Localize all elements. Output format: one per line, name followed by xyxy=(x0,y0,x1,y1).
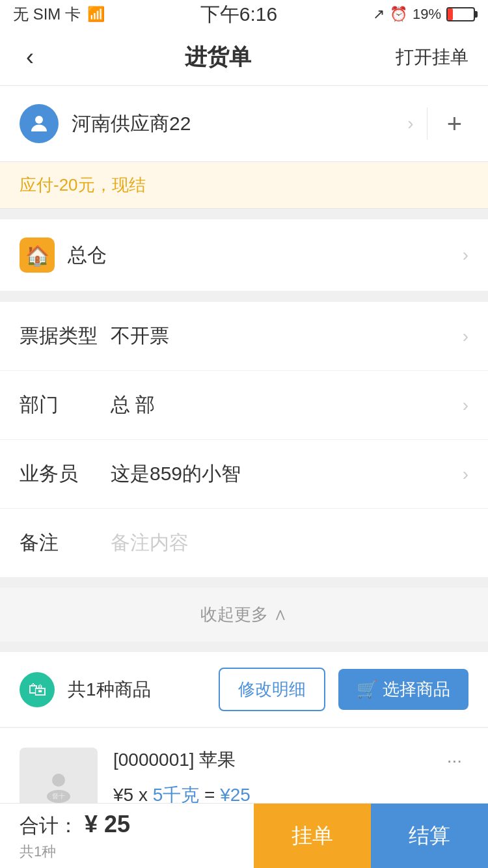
warehouse-icon-wrap: 🏠 xyxy=(20,237,55,273)
chevron-right-icon: › xyxy=(463,245,468,265)
product-name: [0000001] 苹果 xyxy=(113,748,425,772)
svg-point-1 xyxy=(52,774,65,787)
status-bar: 无 SIM 卡 📶 下午6:16 ↗ ⏰ 19% xyxy=(0,0,488,29)
nav-bar: ‹ 进货单 打开挂单 xyxy=(0,29,488,86)
invoice-type-row[interactable]: 票据类型 不开票 › xyxy=(0,302,488,371)
svg-point-0 xyxy=(35,116,43,124)
product-placeholder-icon: 督十 xyxy=(39,767,78,806)
warehouse-section: 🏠 总仓 › xyxy=(0,219,488,292)
supplier-avatar xyxy=(20,104,59,143)
remark-input[interactable]: 备注内容 xyxy=(104,530,468,556)
total-amount: ¥ 25 xyxy=(85,811,130,838)
warehouse-label: 总仓 xyxy=(68,242,463,269)
alarm-icon: ⏰ xyxy=(390,6,407,23)
equals-sign: = xyxy=(204,785,220,805)
battery-percent: 19% xyxy=(413,6,441,23)
sub-count: 共1种 xyxy=(20,842,234,861)
page-title: 进货单 xyxy=(185,42,251,72)
cart-icon: 🛍 xyxy=(28,679,46,700)
salesman-label: 业务员 xyxy=(20,461,104,487)
footer-total: 合计： ¥ 25 共1种 xyxy=(0,804,254,868)
multiply-sign: x xyxy=(139,785,153,805)
quantity-label: 5千克 xyxy=(153,785,200,805)
footer: 合计： ¥ 25 共1种 挂单 结算 xyxy=(0,803,488,868)
remark-label: 备注 xyxy=(20,530,104,556)
remark-row[interactable]: 备注 备注内容 xyxy=(0,509,488,577)
department-label: 部门 xyxy=(20,392,104,418)
back-button[interactable]: ‹ xyxy=(20,37,40,77)
form-section: 票据类型 不开票 › 部门 总 部 › 业务员 这是859的小智 › 备注 备注… xyxy=(0,302,488,577)
carrier-label: 无 SIM 卡 xyxy=(13,4,81,25)
invoice-type-label: 票据类型 xyxy=(20,323,104,349)
select-label: 选择商品 xyxy=(383,678,450,701)
product-count: 共1种商品 xyxy=(68,677,206,702)
collapse-bar[interactable]: 收起更多 ∧ xyxy=(0,588,488,642)
product-title: 苹果 xyxy=(199,750,236,770)
edit-detail-button[interactable]: 修改明细 xyxy=(219,668,325,711)
supplier-section: 河南供应商22 › + 应付-20元，现结 xyxy=(0,86,488,209)
chevron-right-icon: › xyxy=(463,464,468,485)
department-value: 总 部 xyxy=(104,392,463,418)
total-label: ¥25 xyxy=(220,785,251,805)
total-row: 合计： ¥ 25 xyxy=(20,811,234,839)
open-hang-button[interactable]: 打开挂单 xyxy=(396,45,468,70)
location-icon: ↗ xyxy=(373,6,385,23)
product-code: [0000001] xyxy=(113,750,195,770)
house-icon: 🏠 xyxy=(25,244,49,267)
price-label: ¥5 xyxy=(113,785,133,805)
battery-icon xyxy=(446,7,475,21)
status-left: 无 SIM 卡 📶 xyxy=(13,4,105,25)
total-label: 合计： xyxy=(20,813,78,839)
add-button[interactable]: + xyxy=(441,109,468,139)
products-header: 🛍 共1种商品 修改明细 🛒 选择商品 xyxy=(0,652,488,727)
invoice-type-value: 不开票 xyxy=(104,323,463,349)
select-icon: 🛒 xyxy=(357,679,377,699)
chevron-right-icon: › xyxy=(463,326,468,347)
chevron-right-icon: › xyxy=(463,395,468,416)
department-row[interactable]: 部门 总 部 › xyxy=(0,371,488,440)
notice-text: 应付-20元，现结 xyxy=(20,175,146,195)
time-label: 下午6:16 xyxy=(200,1,277,28)
cart-icon-wrap: 🛍 xyxy=(20,672,55,707)
select-product-button[interactable]: 🛒 选择商品 xyxy=(338,669,468,710)
supplier-row[interactable]: 河南供应商22 › + xyxy=(0,86,488,162)
checkout-button[interactable]: 结算 xyxy=(371,804,488,868)
svg-text:督十: 督十 xyxy=(52,793,65,800)
divider xyxy=(427,107,427,140)
wifi-icon: 📶 xyxy=(87,6,105,23)
hang-button[interactable]: 挂单 xyxy=(254,804,371,868)
salesman-value: 这是859的小智 xyxy=(104,461,463,487)
salesman-row[interactable]: 业务员 这是859的小智 › xyxy=(0,440,488,509)
status-right: ↗ ⏰ 19% xyxy=(373,6,475,23)
collapse-label: 收起更多 ∧ xyxy=(200,604,287,624)
person-icon xyxy=(27,112,51,135)
supplier-name: 河南供应商22 xyxy=(72,111,407,137)
more-button[interactable]: ··· xyxy=(441,748,468,774)
chevron-right-icon: › xyxy=(407,113,413,134)
warehouse-row[interactable]: 🏠 总仓 › xyxy=(0,219,488,292)
product-info: [0000001] 苹果 ¥5 x 5千克 = ¥25 xyxy=(113,748,425,807)
notice-banner: 应付-20元，现结 xyxy=(0,162,488,209)
